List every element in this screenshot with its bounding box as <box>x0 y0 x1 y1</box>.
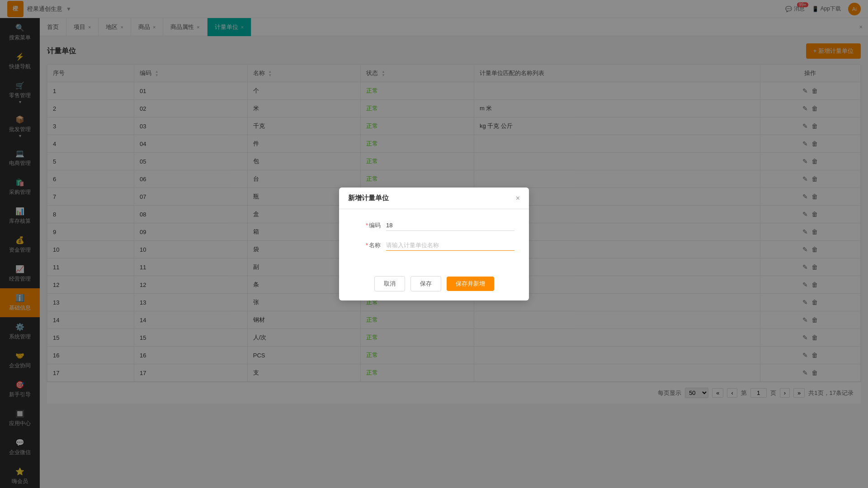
name-label: *名称 <box>354 241 381 249</box>
modal-close-button[interactable]: × <box>516 194 520 202</box>
cancel-button[interactable]: 取消 <box>374 276 405 291</box>
modal-title: 新增计量单位 <box>348 194 389 202</box>
form-row-name: *名称 <box>354 240 514 251</box>
modal-overlay: 新增计量单位 × *编码 *名称 取消 保存 保存并新增 <box>0 0 868 488</box>
modal-body: *编码 *名称 <box>339 209 529 271</box>
code-input[interactable] <box>386 220 514 231</box>
required-mark-name: * <box>366 242 368 249</box>
name-input[interactable] <box>386 240 514 251</box>
code-label: *编码 <box>354 221 381 230</box>
save-button[interactable]: 保存 <box>410 276 441 291</box>
modal-footer: 取消 保存 保存并新增 <box>339 271 529 300</box>
modal-header: 新增计量单位 × <box>339 188 529 209</box>
form-row-code: *编码 <box>354 220 514 231</box>
save-add-button[interactable]: 保存并新增 <box>447 277 494 291</box>
required-mark: * <box>366 222 368 229</box>
add-unit-modal: 新增计量单位 × *编码 *名称 取消 保存 保存并新增 <box>339 188 529 300</box>
